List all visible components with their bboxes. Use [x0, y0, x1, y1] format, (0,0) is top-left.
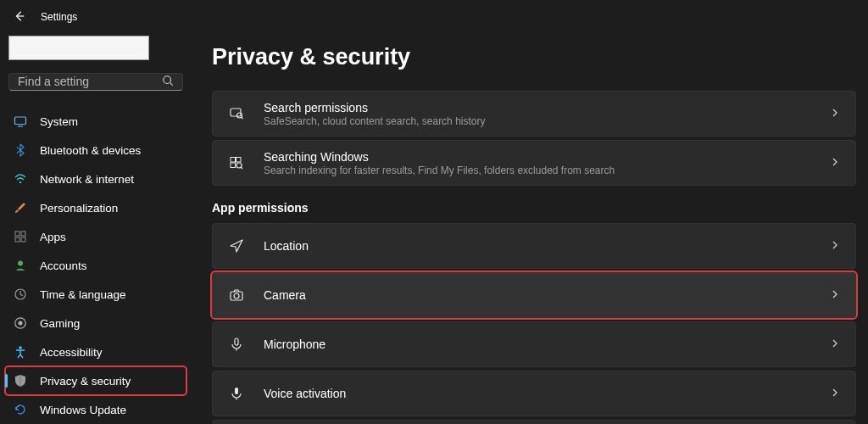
- svg-line-1: [170, 82, 173, 85]
- microphone-icon: [228, 337, 245, 352]
- chevron-right-icon: [830, 387, 840, 400]
- sidebar-item-privacy-security[interactable]: Privacy & security: [5, 366, 186, 395]
- chevron-right-icon: [830, 156, 840, 170]
- camera-icon: [228, 287, 245, 303]
- svg-point-23: [234, 293, 239, 298]
- page-title: Privacy & security: [212, 44, 856, 70]
- sidebar-item-accessibility[interactable]: Accessibility: [5, 338, 186, 366]
- search-box[interactable]: [8, 73, 183, 91]
- sidebar-item-apps[interactable]: Apps: [5, 222, 186, 251]
- back-icon[interactable]: [14, 10, 25, 25]
- card-title: Camera: [264, 288, 811, 302]
- search-perm-icon: [228, 106, 245, 121]
- permission-card-voice-activation[interactable]: Voice activation: [212, 371, 856, 416]
- sidebar-item-label: Time & language: [40, 288, 126, 301]
- svg-point-4: [19, 181, 21, 183]
- location-icon: [228, 238, 245, 254]
- accessibility-icon: [14, 345, 27, 359]
- shield-icon: [14, 374, 27, 388]
- card-subtitle: SafeSearch, cloud content search, search…: [264, 115, 811, 127]
- svg-rect-5: [15, 232, 19, 236]
- gaming-icon: [14, 316, 27, 330]
- sidebar-item-network-internet[interactable]: Network & internet: [5, 165, 186, 193]
- svg-rect-19: [231, 163, 236, 168]
- system-icon: [14, 114, 27, 128]
- svg-rect-7: [15, 237, 19, 242]
- account-avatar-block[interactable]: [8, 36, 149, 60]
- chevron-right-icon: [830, 107, 840, 120]
- header-bar: Settings: [0, 0, 868, 34]
- svg-rect-24: [235, 338, 238, 345]
- sidebar-item-system[interactable]: System: [5, 107, 186, 136]
- sidebar-item-label: Accessibility: [40, 346, 103, 359]
- card-title: Search permissions: [264, 101, 811, 114]
- section-heading: App permissions: [212, 201, 856, 215]
- card-title: Voice activation: [264, 387, 811, 400]
- card-title: Searching Windows: [264, 150, 811, 164]
- chevron-right-icon: [830, 239, 840, 253]
- permission-card-location[interactable]: Location: [212, 223, 856, 269]
- sidebar-item-label: Apps: [40, 231, 66, 243]
- svg-point-12: [19, 321, 23, 326]
- sidebar-item-label: Bluetooth & devices: [40, 144, 141, 157]
- sidebar-item-bluetooth-devices[interactable]: Bluetooth & devices: [5, 136, 186, 165]
- sidebar-item-accounts[interactable]: Accounts: [5, 251, 186, 280]
- sidebar: SystemBluetooth & devicesNetwork & inter…: [0, 34, 192, 424]
- svg-rect-2: [15, 117, 26, 125]
- svg-rect-8: [21, 237, 25, 242]
- sidebar-item-gaming[interactable]: Gaming: [5, 309, 186, 338]
- chevron-right-icon: [830, 288, 840, 302]
- card-subtitle: Search indexing for faster results, Find…: [264, 165, 811, 176]
- svg-line-21: [241, 167, 242, 169]
- permission-card-camera[interactable]: Camera: [212, 272, 856, 318]
- sidebar-item-label: System: [40, 115, 78, 128]
- settings-card-search-permissions[interactable]: Search permissionsSafeSearch, cloud cont…: [212, 91, 856, 137]
- card-title: Microphone: [264, 338, 811, 351]
- sidebar-item-windows-update[interactable]: Windows Update: [5, 395, 186, 424]
- sidebar-item-personalization[interactable]: Personalization: [5, 193, 186, 222]
- search-icon[interactable]: [162, 75, 174, 89]
- sidebar-item-label: Personalization: [40, 202, 118, 215]
- svg-point-9: [18, 261, 23, 266]
- card-title: Location: [264, 239, 811, 253]
- content-area: Privacy & security Search permissionsSaf…: [192, 34, 868, 424]
- bluetooth-icon: [14, 143, 27, 157]
- account-icon: [14, 259, 27, 272]
- svg-point-0: [164, 76, 171, 84]
- wifi-icon: [14, 172, 27, 186]
- svg-rect-6: [21, 232, 25, 236]
- sidebar-item-label: Gaming: [40, 317, 80, 330]
- sidebar-item-label: Windows Update: [40, 404, 126, 416]
- sidebar-item-time-language[interactable]: Time & language: [5, 280, 186, 309]
- svg-rect-18: [236, 158, 242, 163]
- sidebar-item-label: Accounts: [40, 259, 87, 272]
- voice-icon: [228, 386, 245, 401]
- chevron-right-icon: [830, 338, 840, 351]
- permission-card-notifications[interactable]: Notifications: [212, 420, 856, 424]
- clock-icon: [14, 287, 27, 301]
- header-title: Settings: [41, 11, 77, 23]
- update-icon: [14, 403, 27, 416]
- settings-card-searching-windows[interactable]: Searching WindowsSearch indexing for fas…: [212, 140, 856, 186]
- sidebar-item-label: Privacy & security: [40, 375, 131, 388]
- apps-icon: [14, 230, 27, 243]
- svg-point-13: [19, 346, 22, 349]
- search-win-icon: [228, 155, 245, 170]
- svg-line-16: [242, 117, 243, 119]
- svg-rect-26: [235, 388, 238, 394]
- svg-rect-17: [231, 158, 236, 163]
- search-input[interactable]: [18, 75, 162, 88]
- brush-icon: [14, 201, 27, 215]
- permission-card-microphone[interactable]: Microphone: [212, 321, 856, 367]
- sidebar-item-label: Network & internet: [40, 173, 134, 186]
